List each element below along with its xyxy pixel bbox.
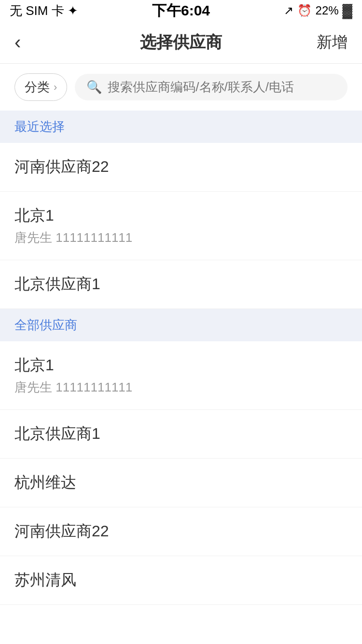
recent-list: 河南供应商22北京1唐先生 11111111111北京供应商1 [0,143,362,309]
battery-icon: ▓ [343,3,352,18]
list-item[interactable]: 北京供应商1 [0,260,362,309]
status-time: 下午6:04 [152,1,210,21]
category-button[interactable]: 分类 › [14,73,67,101]
list-item[interactable]: 北京1唐先生 11111111111 [0,192,362,260]
item-sub: 唐先生 11111111111 [14,379,348,396]
list-item[interactable]: 杭州维达 [0,459,362,507]
status-left: 无 SIM 卡 ✦ [10,2,78,19]
alarm-icon: ⏰ [297,4,312,17]
category-label: 分类 [25,79,50,96]
recent-section-label: 最近选择 [14,119,65,134]
list-item[interactable]: 北京1唐先生 11111111111 [0,341,362,410]
item-sub: 唐先生 11111111111 [14,229,348,246]
recent-section-header: 最近选择 [0,111,362,143]
search-input[interactable] [108,80,336,95]
item-name: 河南供应商22 [14,156,348,178]
item-name: 河南供应商22 [14,521,348,542]
back-button[interactable]: ‹ [14,31,21,53]
battery-label: 22% [316,4,339,17]
list-item[interactable]: 河南供应商22 [0,143,362,192]
page-title: 选择供应商 [140,31,222,54]
sim-label: 无 SIM 卡 ✦ [10,2,78,19]
status-bar: 无 SIM 卡 ✦ 下午6:04 ↗ ⏰ 22% ▓ [0,0,362,21]
item-name: 北京1 [14,205,348,226]
chevron-right-icon: › [54,81,57,94]
list-item[interactable]: 河南供应商22 [0,507,362,556]
nav-bar: ‹ 选择供应商 新增 [0,21,362,64]
all-list: 北京1唐先生 11111111111北京供应商1杭州维达河南供应商22苏州清风 [0,341,362,605]
location-icon: ↗ [284,4,293,17]
list-item[interactable]: 北京供应商1 [0,410,362,459]
filter-bar: 分类 › 🔍 [0,64,362,111]
item-name: 杭州维达 [14,472,348,493]
item-name: 北京1 [14,355,348,376]
add-button[interactable]: 新增 [317,32,348,53]
search-box: 🔍 [75,74,348,100]
item-name: 苏州清风 [14,570,348,591]
all-section-header: 全部供应商 [0,309,362,341]
list-item[interactable]: 苏州清风 [0,556,362,605]
all-section-label: 全部供应商 [14,318,77,332]
item-name: 北京供应商1 [14,274,348,295]
item-name: 北京供应商1 [14,423,348,445]
status-right: ↗ ⏰ 22% ▓ [284,3,352,18]
search-icon: 🔍 [86,80,102,95]
